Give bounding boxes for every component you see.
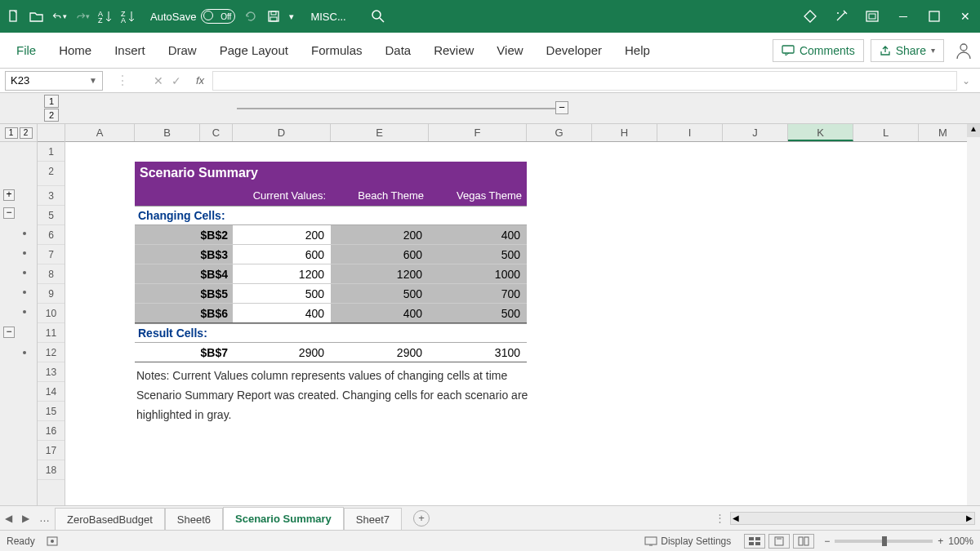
row-header[interactable]: 17	[38, 441, 65, 460]
tab-file[interactable]: File	[5, 35, 47, 65]
undo-icon[interactable]: ▾	[52, 9, 67, 24]
tab-view[interactable]: View	[485, 35, 534, 65]
col-header[interactable]: G	[527, 124, 592, 141]
horizontal-scrollbar[interactable]: ◀▶	[730, 512, 975, 525]
outline-expand-button[interactable]: +	[3, 189, 15, 201]
expand-formula-icon[interactable]: ⌄	[962, 75, 975, 87]
outline-collapse-button[interactable]: −	[555, 101, 568, 114]
vertical-scrollbar[interactable]: ▲	[967, 124, 980, 505]
sheet-tab[interactable]: Sheet7	[344, 508, 402, 531]
cancel-formula-icon[interactable]: ✕	[154, 74, 163, 87]
sheet-overflow[interactable]: …	[34, 512, 55, 524]
row-header[interactable]: 11	[38, 323, 65, 343]
open-file-icon[interactable]	[29, 9, 44, 24]
formula-input[interactable]	[212, 71, 957, 91]
row-header[interactable]: 7	[38, 245, 65, 264]
minimize-button[interactable]: ─	[895, 8, 911, 24]
select-all-corner[interactable]	[38, 124, 65, 142]
tab-review[interactable]: Review	[422, 35, 485, 65]
outline-collapse-button[interactable]: −	[3, 327, 15, 338]
sheet-tab[interactable]: ZeroBasedBudget	[55, 508, 165, 531]
col-outline-level-1[interactable]: 1	[44, 95, 59, 108]
qat-dropdown-icon[interactable]: ▾	[289, 11, 294, 22]
macro-record-icon[interactable]	[47, 535, 60, 547]
redo-icon[interactable]: ▾	[75, 9, 90, 24]
tab-page-layout[interactable]: Page Layout	[208, 35, 300, 65]
row-header[interactable]: 5	[38, 206, 65, 225]
row-header[interactable]: 16	[38, 421, 65, 441]
col-outline-level-2[interactable]: 2	[44, 109, 59, 122]
col-header[interactable]: D	[233, 124, 331, 141]
column-headers: A B C D E F G H I J K L M	[65, 124, 980, 142]
tab-help[interactable]: Help	[613, 35, 662, 65]
scroll-up-icon[interactable]: ▲	[967, 124, 980, 137]
diamond-icon[interactable]	[802, 8, 818, 24]
row-header[interactable]: 6	[38, 225, 65, 245]
search-icon[interactable]	[371, 9, 385, 24]
fx-icon[interactable]: fx	[196, 74, 204, 87]
close-button[interactable]: ✕	[957, 8, 973, 24]
new-file-icon[interactable]	[7, 9, 21, 24]
refresh-icon[interactable]	[243, 9, 258, 24]
splitter-grip[interactable]: ⋮	[715, 512, 725, 524]
row-header[interactable]: 14	[38, 382, 65, 402]
chevron-down-icon[interactable]: ▼	[89, 76, 97, 85]
row-header[interactable]: 3	[38, 186, 65, 206]
sheet-nav-prev[interactable]: ◀	[0, 513, 17, 524]
row-header[interactable]: 12	[38, 343, 65, 362]
tab-draw[interactable]: Draw	[157, 35, 208, 65]
outline-collapse-button[interactable]: −	[3, 207, 15, 219]
zoom-level[interactable]: 100%	[948, 535, 973, 547]
col-header[interactable]: A	[65, 124, 135, 141]
save-icon[interactable]	[266, 9, 281, 24]
row-header[interactable]: 15	[38, 402, 65, 421]
autosave-toggle[interactable]: AutoSave Off	[150, 9, 235, 24]
tab-data[interactable]: Data	[373, 35, 422, 65]
col-header[interactable]: F	[429, 124, 527, 141]
enter-formula-icon[interactable]: ✓	[172, 74, 181, 87]
row-outline-level-2[interactable]: 2	[20, 127, 33, 139]
tab-home[interactable]: Home	[47, 35, 103, 65]
col-header[interactable]: I	[657, 124, 723, 141]
tab-formulas[interactable]: Formulas	[300, 35, 374, 65]
sort-asc-icon[interactable]: AZ	[98, 9, 113, 24]
col-header[interactable]: K	[788, 124, 853, 141]
zoom-in-button[interactable]: +	[938, 535, 943, 547]
col-header[interactable]: H	[592, 124, 657, 141]
comments-button[interactable]: Comments	[773, 39, 864, 62]
row-header[interactable]: 13	[38, 362, 65, 382]
sort-desc-icon[interactable]: ZA	[121, 9, 136, 24]
sheet-tab[interactable]: Scenario Summary	[223, 507, 344, 531]
wand-icon[interactable]	[833, 8, 849, 24]
sheet-tab[interactable]: Sheet6	[165, 508, 223, 531]
zoom-out-button[interactable]: −	[824, 535, 830, 547]
row-header[interactable]: 18	[38, 460, 65, 480]
row-outline-level-1[interactable]: 1	[5, 127, 18, 139]
col-header[interactable]: C	[200, 124, 233, 141]
sheet-nav-next[interactable]: ▶	[17, 513, 34, 524]
share-button[interactable]: Share ▾	[871, 39, 944, 62]
tab-insert[interactable]: Insert	[103, 35, 157, 65]
display-settings-button[interactable]: Display Settings	[644, 535, 731, 547]
view-page-layout-button[interactable]	[768, 534, 790, 549]
user-avatar[interactable]	[952, 39, 975, 62]
col-header[interactable]: M	[919, 124, 968, 141]
ribbon-mode-icon[interactable]	[864, 8, 880, 24]
col-header[interactable]: E	[331, 124, 429, 141]
col-header[interactable]: B	[135, 124, 200, 141]
col-header[interactable]: L	[853, 124, 919, 141]
add-sheet-button[interactable]: +	[413, 510, 430, 527]
view-normal-button[interactable]	[744, 534, 765, 549]
view-page-break-button[interactable]	[793, 534, 814, 549]
tab-developer[interactable]: Developer	[535, 35, 613, 65]
maximize-button[interactable]	[926, 8, 942, 24]
row-header[interactable]: 9	[38, 284, 65, 304]
col-header[interactable]: J	[723, 124, 788, 141]
row-header[interactable]: 2	[38, 162, 65, 186]
row-header[interactable]: 8	[38, 264, 65, 284]
zoom-slider[interactable]	[835, 540, 933, 543]
row-header[interactable]: 10	[38, 304, 65, 323]
row-header[interactable]: 1	[38, 142, 65, 162]
name-box[interactable]: K23 ▼	[5, 71, 103, 91]
cell-area[interactable]: Scenario Summary Current Values: Beach T…	[65, 142, 980, 505]
